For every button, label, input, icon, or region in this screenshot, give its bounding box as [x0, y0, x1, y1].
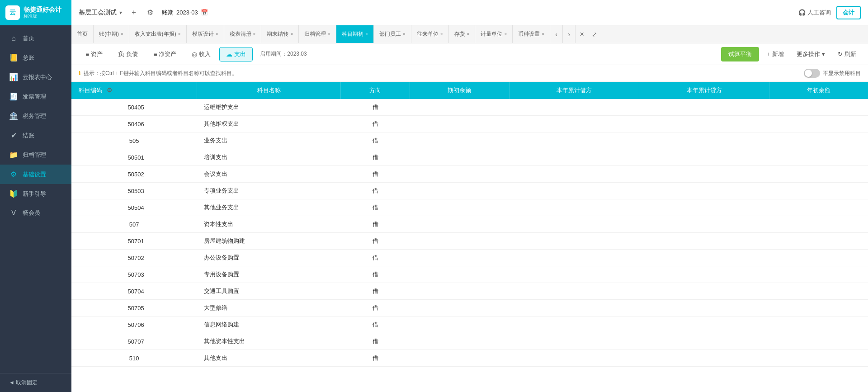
tab-unit[interactable]: 计量单位 × [475, 25, 513, 43]
cell-ytd-debit [509, 250, 639, 266]
tab-contacts[interactable]: 往来单位 × [411, 25, 449, 43]
cell-code: 50406 [71, 116, 197, 132]
expand-icon[interactable]: ⤢ [588, 25, 601, 43]
cell-name: 专项业务支出 [197, 183, 340, 199]
close-all-tabs-button[interactable]: × [576, 25, 588, 43]
sidebar-item-label: 总账 [23, 54, 34, 62]
table-row[interactable]: 50702 办公设备购置 借 [71, 250, 868, 266]
table-row[interactable]: 50503 专项业务支出 借 [71, 183, 868, 199]
toggle-switch[interactable] [804, 69, 820, 78]
sub-tab-expense[interactable]: ☁ 支出 [219, 47, 253, 61]
cell-opening-year [769, 316, 868, 333]
tab-income-report[interactable]: 收入支出表(年报) × [129, 25, 187, 43]
sidebar-item-reports[interactable]: 📊 云报表中心 [0, 67, 71, 87]
add-company-button[interactable]: ＋ [127, 6, 140, 19]
table-row[interactable]: 510 其他支出 借 [71, 350, 868, 367]
table-row[interactable]: 507 资本性支出 借 [71, 216, 868, 233]
sidebar-item-member[interactable]: V 畅会员 [0, 203, 71, 222]
table-row[interactable]: 50502 会议支出 借 [71, 166, 868, 183]
balance-button[interactable]: 试算平衡 [721, 47, 759, 61]
close-icon[interactable]: × [178, 32, 181, 37]
table-row[interactable]: 50405 运维维护支出 借 [71, 99, 868, 116]
tab-home[interactable]: 首页 [71, 25, 94, 43]
tab-period-end[interactable]: 期末结转 × [261, 25, 299, 43]
cell-direction: 借 [341, 350, 410, 367]
sidebar-item-basic[interactable]: ⚙ 基础设置 [0, 165, 71, 184]
sidebar-item-home[interactable]: ⌂ 首页 [0, 29, 71, 48]
close-icon[interactable]: × [542, 32, 544, 37]
close-icon[interactable]: × [328, 32, 330, 37]
close-icon[interactable]: × [121, 32, 123, 37]
sidebar-item-ledger[interactable]: 📒 总账 [0, 48, 71, 67]
sidebar-item-invoice[interactable]: 🧾 发票管理 [0, 87, 71, 106]
cell-opening-year [769, 333, 868, 350]
tab-subject-init[interactable]: 科目期初 × [336, 25, 374, 43]
tab-period[interactable]: 账(中期) × [94, 25, 129, 43]
cell-ytd-debit [509, 300, 639, 316]
cell-ytd-credit [639, 300, 769, 316]
close-icon[interactable]: × [290, 32, 293, 37]
toggle-disabled-subjects[interactable]: 不显示禁用科目 [804, 69, 861, 78]
toggle-knob [805, 70, 812, 77]
tab-archive[interactable]: 归档管理 × [299, 25, 336, 43]
company-selector[interactable]: 基层工会测试 ▾ [79, 9, 122, 17]
sidebar-item-guide[interactable]: 🔰 新手引导 [0, 184, 71, 203]
add-button[interactable]: + 新增 [763, 47, 788, 61]
table-row[interactable]: 505 业务支出 借 [71, 132, 868, 149]
table-row[interactable]: 50504 其他业务支出 借 [71, 199, 868, 216]
sidebar-item-label: 结账 [23, 132, 34, 140]
tab-template[interactable]: 模版设计 × [187, 25, 224, 43]
close-icon[interactable]: × [253, 32, 256, 37]
sidebar-collapse[interactable]: ◄ 取消固定 [0, 373, 71, 392]
close-icon[interactable]: × [365, 32, 368, 37]
table-row[interactable]: 50704 交通工具购置 借 [71, 283, 868, 300]
calendar-icon[interactable]: 📅 [201, 9, 208, 16]
tab-inventory[interactable]: 存货 × [449, 25, 476, 43]
table-row[interactable]: 50406 其他维权支出 借 [71, 116, 868, 132]
table-row[interactable]: 50703 专用设备购置 借 [71, 266, 868, 283]
close-icon[interactable]: × [216, 32, 218, 37]
sidebar-item-archive[interactable]: 📁 归档管理 [0, 145, 71, 165]
tab-tax[interactable]: 税表清册 × [224, 25, 262, 43]
cell-opening-year [769, 199, 868, 216]
settings-icon[interactable]: ⚙ [144, 6, 156, 19]
more-button[interactable]: 更多操作 ▾ [792, 47, 830, 61]
refresh-label: 刷新 [844, 50, 856, 58]
cell-code: 50703 [71, 266, 197, 283]
close-icon[interactable]: × [504, 32, 507, 37]
cell-opening-year [769, 183, 868, 199]
sidebar-item-settle[interactable]: ✔ 结账 [0, 126, 71, 145]
sidebar-item-label: 畅会员 [23, 209, 40, 217]
table-row[interactable]: 50706 信息网络购建 借 [71, 316, 868, 333]
tab-prev-button[interactable]: ‹ [550, 25, 563, 43]
close-icon[interactable]: × [440, 32, 443, 37]
sub-tab-net-asset[interactable]: ≡ 净资产 [146, 47, 183, 61]
sub-tab-label: 净资产 [159, 50, 176, 58]
table-row[interactable]: 50501 培训支出 借 [71, 149, 868, 166]
top-header: 基层工会测试 ▾ ＋ ⚙ 账期 2023-03 📅 🎧 人工咨询 会计 [71, 0, 868, 25]
sidebar-item-label: 归档管理 [23, 151, 46, 159]
sub-tab-label: 收入 [199, 50, 211, 58]
cell-code: 507 [71, 216, 197, 233]
sub-tab-liability[interactable]: 负 负债 [111, 47, 145, 61]
column-settings-icon[interactable]: ⚙ [107, 86, 113, 94]
close-icon[interactable]: × [467, 32, 470, 37]
cell-code: 50501 [71, 149, 197, 166]
tab-currency[interactable]: 币种设置 × [513, 25, 550, 43]
account-button[interactable]: 会计 [836, 6, 861, 19]
table-container[interactable]: 科目编码 ⚙ 科目名称 方向 期初余额 本年累计借方 本年累计贷方 年初余额 5… [71, 82, 868, 392]
table-row[interactable]: 50701 房屋建筑物购建 借 [71, 233, 868, 250]
sub-tab-income[interactable]: ◎ 收入 [185, 47, 217, 61]
tab-department[interactable]: 部门员工 × [374, 25, 411, 43]
cell-ytd-credit [639, 216, 769, 233]
col-opening-year: 年初余额 [769, 82, 868, 99]
refresh-button[interactable]: ↻ 刷新 [833, 47, 861, 61]
sub-tab-asset[interactable]: ≡ 资产 [79, 47, 109, 61]
table-row[interactable]: 50707 其他资本性支出 借 [71, 333, 868, 350]
table-row[interactable]: 50705 大型修缮 借 [71, 300, 868, 316]
tab-next-button[interactable]: › [563, 25, 576, 43]
cell-name: 大型修缮 [197, 300, 340, 316]
close-icon[interactable]: × [403, 32, 406, 37]
consulting-button[interactable]: 🎧 人工咨询 [798, 9, 831, 17]
sidebar-item-tax[interactable]: 🏦 税务管理 [0, 106, 71, 126]
